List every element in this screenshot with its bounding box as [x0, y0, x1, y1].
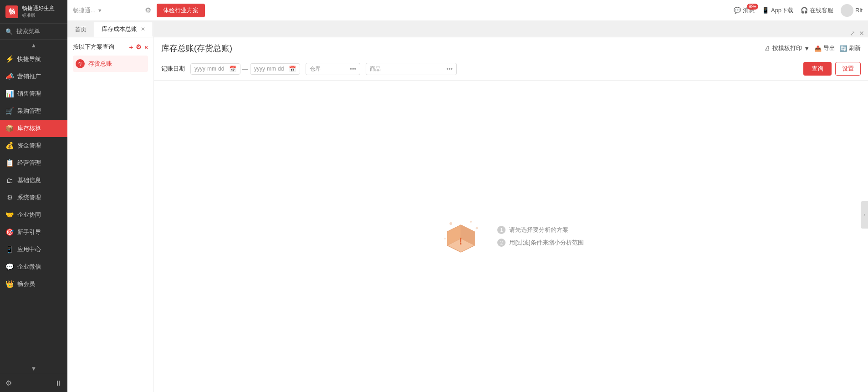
breadcrumb-text: 畅捷通... — [73, 6, 96, 15]
app-center-icon: 📱 — [5, 245, 14, 254]
setting-button[interactable]: 设置 — [835, 62, 861, 76]
sidebar-item-marketing[interactable]: 📣 营销推广 — [0, 68, 67, 85]
date-from-placeholder: yyyy-mm-dd — [194, 66, 224, 72]
sidebar-item-sales[interactable]: 📊 销售管理 — [0, 85, 67, 102]
sidebar-item-app-center[interactable]: 📱 应用中心 — [0, 241, 67, 258]
sidebar-item-system[interactable]: ⚙ 系统管理 — [0, 189, 67, 206]
sidebar-item-label: 快捷导航 — [17, 55, 41, 63]
topbar-right: 💬 消息 99+ 📱 App下载 🎧 在线客服 Rit — [734, 4, 863, 17]
message-badge: 99+ — [747, 4, 758, 10]
headset-icon: 🎧 — [801, 7, 808, 14]
sidebar-item-wechat[interactable]: 💬 企业微信 — [0, 258, 67, 275]
tab-inventory-ledger[interactable]: 库存成本总账 ✕ — [94, 22, 153, 37]
avatar — [841, 4, 853, 17]
sidebar-item-operations[interactable]: 📋 经营管理 — [0, 154, 67, 172]
sidebar-item-purchase[interactable]: 🛒 采购管理 — [0, 102, 67, 120]
tab-home[interactable]: 首页 — [67, 22, 94, 37]
tip-text-2: 用[过滤]条件来缩小分析范围 — [509, 239, 583, 247]
filter-panel-header: 按以下方案查询 + ⚙ « — [73, 43, 148, 51]
sidebar-item-label: 经营管理 — [17, 159, 41, 167]
system-icon: ⚙ — [5, 193, 14, 202]
message-icon: 💬 — [734, 7, 741, 14]
refresh-icon: 🔄 — [840, 45, 847, 52]
sidebar-item-label: 企业协同 — [17, 211, 41, 219]
tab-close-all-icon[interactable]: ✕ — [859, 30, 864, 37]
sidebar-item-guide[interactable]: 🎯 新手引导 — [0, 224, 67, 241]
export-icon: 📤 — [814, 45, 822, 52]
tab-inventory-ledger-label: 库存成本总账 — [102, 25, 137, 33]
collapse-filter-icon[interactable]: « — [144, 43, 148, 51]
search-icon: 🔍 — [5, 28, 13, 35]
sidebar-item-label: 企业微信 — [17, 263, 41, 271]
finance-icon: 💰 — [5, 142, 14, 150]
sidebar-item-basic[interactable]: 🗂 基础信息 — [0, 172, 67, 189]
sidebar-item-label: 资金管理 — [17, 142, 41, 150]
tab-expand-icon[interactable]: ⤢ — [850, 30, 855, 37]
svg-point-5 — [470, 221, 472, 223]
member-icon: 👑 — [5, 280, 14, 288]
date-from-input[interactable]: yyyy-mm-dd 📅 — [190, 63, 240, 75]
date-to-input[interactable]: yyyy-mm-dd 📅 — [250, 63, 300, 75]
date-separator: — — [242, 66, 248, 72]
tab-home-label: 首页 — [75, 25, 87, 34]
scroll-down-arrow[interactable]: ▼ — [0, 363, 67, 374]
svg-point-4 — [449, 222, 452, 225]
print-action[interactable]: 🖨 按模板打印 ▼ — [765, 44, 810, 52]
tip-text-1: 请先选择要分析的方案 — [509, 226, 568, 234]
export-label: 导出 — [823, 44, 835, 52]
sidebar-item-label: 营销推广 — [17, 72, 41, 81]
quick-nav-icon: ⚡ — [5, 55, 14, 63]
filter-panel-title: 按以下方案查询 — [73, 43, 114, 51]
filter-item-label: 存货总账 — [88, 60, 112, 68]
sidebar-item-label: 采购管理 — [17, 107, 41, 115]
print-label: 按模板打印 — [772, 44, 802, 52]
manage-filter-icon[interactable]: ⚙ — [136, 43, 142, 51]
content-area: 按以下方案查询 + ⚙ « 存 存货总账 库存总账(存货总账) — [67, 37, 868, 392]
scheme-button[interactable]: 体验行业方案 — [157, 4, 205, 17]
refresh-action[interactable]: 🔄 刷新 — [840, 44, 861, 52]
goods-placeholder: 商品 — [370, 65, 381, 73]
phone-icon: 📱 — [762, 7, 769, 14]
filter-item-inventory-ledger[interactable]: 存 存货总账 — [73, 56, 148, 72]
sidebar-item-finance[interactable]: 💰 资金管理 — [0, 137, 67, 154]
sidebar-item-inventory[interactable]: 📦 库存核算 — [0, 120, 67, 137]
inventory-icon: 📦 — [5, 124, 14, 132]
gear-icon[interactable]: ⚙ — [145, 6, 151, 15]
refresh-label: 刷新 — [849, 44, 861, 52]
user-name: Rit — [855, 7, 863, 14]
topbar: 畅捷通... ▼ ⚙ 体验行业方案 💬 消息 99+ 📱 App下载 🎧 在线客… — [67, 0, 868, 21]
filter-panel: 按以下方案查询 + ⚙ « 存 存货总账 — [67, 37, 154, 392]
page-header-actions: 🖨 按模板打印 ▼ 📤 导出 🔄 刷新 — [765, 44, 861, 52]
scroll-up-arrow[interactable]: ▲ — [0, 40, 67, 51]
user-info[interactable]: Rit — [841, 4, 863, 17]
message-item[interactable]: 💬 消息 99+ — [734, 6, 755, 15]
sidebar-item-cooperation[interactable]: 🤝 企业协同 — [0, 206, 67, 224]
page-title: 库存总账(存货总账) — [161, 43, 232, 54]
breadcrumb: 畅捷通... ▼ — [73, 6, 141, 15]
settings-footer-icon[interactable]: ⚙ — [5, 379, 12, 387]
calendar-from-icon: 📅 — [229, 66, 236, 72]
sidebar-search-item[interactable]: 🔍 搜索菜单 — [0, 24, 67, 40]
right-panel-toggle[interactable]: ‹ — [861, 201, 868, 229]
logo-text: 畅捷通好生意 标准版 — [22, 5, 55, 19]
app-download-label: App下载 — [771, 6, 793, 15]
collapse-icon[interactable]: ⏸ — [55, 379, 62, 387]
export-action[interactable]: 📤 导出 — [814, 44, 835, 52]
filter-row: 记账日期 yyyy-mm-dd 📅 — yyyy-mm-dd 📅 — [161, 58, 861, 80]
purchase-icon: 🛒 — [5, 107, 14, 115]
sidebar-item-member[interactable]: 👑 畅会员 — [0, 275, 67, 293]
tab-close-icon[interactable]: ✕ — [141, 26, 145, 32]
sidebar-item-label: 畅会员 — [17, 280, 35, 288]
sidebar-nav: ⚡ 快捷导航 📣 营销推广 📊 销售管理 🛒 采购管理 📦 库存核算 💰 资金管… — [0, 51, 67, 363]
add-filter-icon[interactable]: + — [129, 43, 133, 51]
query-button[interactable]: 查询 — [803, 62, 832, 76]
operations-icon: 📋 — [5, 159, 14, 167]
goods-select[interactable]: 商品 ••• — [366, 63, 457, 75]
warehouse-more-icon: ••• — [350, 66, 356, 72]
tip-num-1: 1 — [497, 226, 505, 234]
app-download-item[interactable]: 📱 App下载 — [762, 6, 793, 15]
online-service-item[interactable]: 🎧 在线客服 — [801, 6, 833, 15]
warehouse-select[interactable]: 仓库 ••• — [306, 63, 360, 75]
sidebar-item-label: 新手引导 — [17, 228, 41, 236]
sidebar-item-quick-nav[interactable]: ⚡ 快捷导航 — [0, 51, 67, 68]
